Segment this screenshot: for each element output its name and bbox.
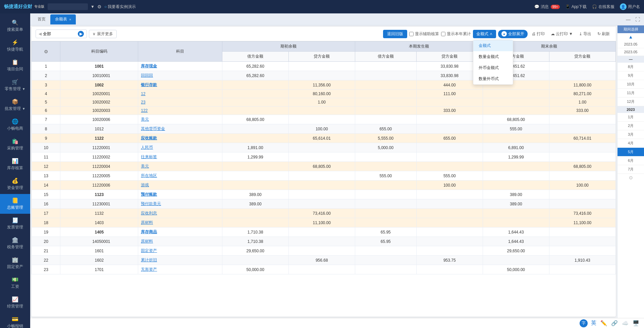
row-subject[interactable]: 累计折旧 xyxy=(138,256,222,265)
row-subject[interactable]: 原材料 xyxy=(138,237,222,246)
period-jun[interactable]: 6月 xyxy=(618,156,644,165)
settings-icon[interactable]: ⚙ xyxy=(97,4,102,9)
ytd-checkbox[interactable] xyxy=(441,32,445,36)
row-subject[interactable]: 美元 xyxy=(138,115,222,124)
auxiliary-checkbox[interactable] xyxy=(409,32,414,36)
period-oct[interactable]: 10月 xyxy=(618,80,644,89)
online-service-btn[interactable]: 🎧 在线客服 xyxy=(592,4,614,10)
sidebar-item-wholesale[interactable]: 📦 批发管理 ▼ xyxy=(0,95,30,115)
row-subject[interactable]: 原材料 xyxy=(138,218,222,227)
mode-btn[interactable]: 金额式 ∧ xyxy=(473,30,496,38)
bottom-link-btn[interactable]: 🔗 xyxy=(610,319,619,327)
contract-icon: 📋 xyxy=(1,59,29,65)
sidebar-item-tax[interactable]: 🏛️ 税务管理 xyxy=(0,234,30,253)
search-input[interactable] xyxy=(43,31,76,36)
sidebar-item-retail[interactable]: 🛒 零售管理 ▼ xyxy=(0,75,30,95)
period-scroll-up[interactable]: ▲ xyxy=(618,33,644,41)
row-subject[interactable]: 固定资产 xyxy=(138,246,222,256)
row-subject[interactable]: 122 xyxy=(138,107,222,115)
app-download-btn[interactable]: 📱 App下载 xyxy=(565,4,587,10)
row-subject[interactable]: 游戏 xyxy=(138,181,222,190)
row-subject[interactable]: 美元 xyxy=(138,162,222,171)
period-dec[interactable]: 12月 xyxy=(618,97,644,106)
row-subject[interactable]: 无形资产 xyxy=(138,265,222,274)
sidebar-item-ledger[interactable]: 📒 总账管理 xyxy=(0,194,30,214)
row-subject[interactable]: 其他货币资金 xyxy=(138,124,222,134)
sidebar-item-contract[interactable]: 📋 项目合同 xyxy=(0,56,30,75)
dropdown-item-qty-amount[interactable]: 数量金额式 xyxy=(473,51,513,62)
period-2023-05-first[interactable]: 2023.05 xyxy=(618,41,644,48)
sidebar-item-purchase[interactable]: 🛍️ 采购管理 xyxy=(0,135,30,154)
row-p-debit xyxy=(355,115,416,124)
row-op-debit xyxy=(222,124,288,134)
ytd-checkbox-group[interactable]: 显示本年累计 xyxy=(441,31,471,37)
sidebar-item-management[interactable]: 📈 经营管理 xyxy=(0,293,30,313)
row-subject[interactable]: 应收利息 xyxy=(138,209,222,218)
refresh-btn[interactable]: ↻ 刷新 xyxy=(595,30,612,38)
period-apr[interactable]: 4月 xyxy=(618,139,644,148)
nav-dropdown-icon[interactable]: ▼ xyxy=(91,4,95,9)
return-old-btn[interactable]: 退回旧版 xyxy=(383,30,407,38)
user-btn[interactable]: 👤 用户名 xyxy=(620,3,640,10)
dropdown-item-qty-foreign[interactable]: 数量外币式 xyxy=(473,73,513,84)
sidebar-item-payroll[interactable]: 💵 工资 xyxy=(0,273,30,293)
bottom-screen-btn[interactable]: 🖥️ xyxy=(632,319,640,327)
tab-balance[interactable]: 余额表 × xyxy=(50,14,76,24)
search-forward-btn[interactable]: ▶ xyxy=(78,31,84,37)
th-settings[interactable]: ⚙ xyxy=(32,42,60,62)
row-subject[interactable]: 往来标签 xyxy=(138,152,222,162)
bottom-lang-btn[interactable]: 英 xyxy=(590,319,597,327)
period-2023-05-second[interactable]: 2023.05 xyxy=(618,48,644,56)
row-subject[interactable]: 12 xyxy=(138,90,222,98)
sidebar-item-funds[interactable]: 💰 资金管理 xyxy=(0,174,30,194)
export-btn[interactable]: ⤓ 导出 xyxy=(577,30,593,38)
sidebar-item-assets[interactable]: 🏢 固定资产 xyxy=(0,253,30,273)
print-btn[interactable]: 🖨 打印 xyxy=(530,30,547,38)
row-subject[interactable]: 人民币 xyxy=(138,143,222,152)
sidebar-item-invoice[interactable]: 🧾 发票管理 xyxy=(0,214,30,234)
cloud-print-label: 云打印 xyxy=(556,31,568,37)
sidebar-item-expense[interactable]: 💳 小畅报销 xyxy=(0,313,30,328)
cloud-print-btn[interactable]: ☁ 云打印 ▼ xyxy=(549,30,575,38)
table-settings-icon[interactable]: ⚙ xyxy=(44,49,48,54)
period-mar[interactable]: 3月 xyxy=(618,130,644,139)
expand-all-btn[interactable]: ● 全部展开 xyxy=(498,30,528,38)
row-subject[interactable]: 应收账款 xyxy=(138,134,222,143)
row-cl-credit xyxy=(549,227,615,237)
bottom-edit-btn[interactable]: ✏️ xyxy=(600,319,608,327)
period-aug[interactable]: 8月 xyxy=(618,63,644,71)
row-subject[interactable]: 银行存款 xyxy=(138,80,222,90)
tab-maximize-btn[interactable]: ⛶ xyxy=(634,16,641,23)
period-feb[interactable]: 2月 xyxy=(618,122,644,130)
row-subject[interactable]: 所在地区 xyxy=(138,171,222,181)
row-subject[interactable]: 库存现金 xyxy=(138,62,222,71)
period-scroll-down[interactable]: ⊙ xyxy=(618,174,644,181)
expand-more-btn[interactable]: ∨ 展开更多 xyxy=(89,30,117,38)
period-sep[interactable]: 9月 xyxy=(618,71,644,80)
period-nov[interactable]: 11月 xyxy=(618,89,644,97)
demo-text[interactable]: ○ 我要看实例演示 xyxy=(104,4,136,10)
row-subject[interactable]: 预付款美元 xyxy=(138,199,222,209)
row-cl-credit xyxy=(549,190,615,199)
period-jan[interactable]: 1月 xyxy=(618,113,644,122)
sidebar-item-search[interactable]: 🔍 搜索菜单 xyxy=(0,16,30,36)
messages-btn[interactable]: 💬 消息 99+ xyxy=(534,4,560,10)
nav-input[interactable] xyxy=(48,3,88,10)
period-may[interactable]: 5月 xyxy=(618,148,644,156)
row-subject[interactable]: 23 xyxy=(138,98,222,107)
period-jul[interactable]: 7月 xyxy=(618,165,644,174)
tab-home[interactable]: 首页 xyxy=(33,14,50,24)
sidebar-item-quicknav[interactable]: ⚡ 快捷导航 xyxy=(0,36,30,56)
row-subject[interactable]: 预付账款 xyxy=(138,190,222,199)
bottom-chat-btn[interactable]: 字 xyxy=(580,319,588,327)
auxiliary-checkbox-group[interactable]: 显示辅助核算 xyxy=(409,31,439,37)
row-subject[interactable]: 回回回 xyxy=(138,71,222,80)
tab-minimize-btn[interactable]: — xyxy=(625,16,632,23)
tab-close-btn[interactable]: × xyxy=(69,17,71,21)
dropdown-item-amount[interactable]: 金额式 xyxy=(473,40,513,51)
sidebar-item-ecommerce[interactable]: 🌐 小畅电商 xyxy=(0,115,30,135)
sidebar-item-inventory[interactable]: 📊 库存核算 xyxy=(0,154,30,174)
bottom-cloud-btn[interactable]: ☁️ xyxy=(621,319,629,327)
dropdown-item-foreign-amount[interactable]: 外币金额式 xyxy=(473,62,513,73)
row-subject[interactable]: 库存商品 xyxy=(138,227,222,237)
